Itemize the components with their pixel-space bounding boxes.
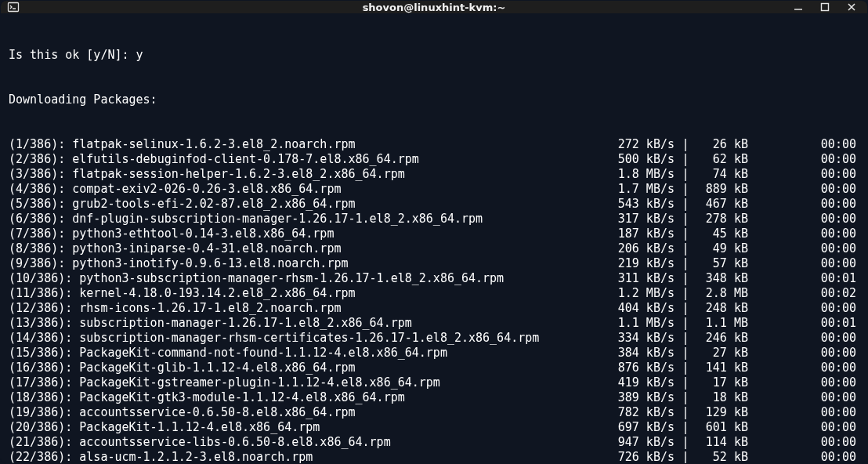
download-speed: 1.7 MB/s xyxy=(612,182,675,197)
download-time: 00:00 xyxy=(748,405,859,420)
download-row: (12/386): rhsm-icons-1.26.17-1.el8_2.noa… xyxy=(9,301,859,316)
download-speed: 206 kB/s xyxy=(612,241,675,256)
download-size: 26 kB xyxy=(696,137,748,152)
column-separator: | xyxy=(675,286,696,301)
download-time: 00:00 xyxy=(748,256,859,271)
download-speed: 187 kB/s xyxy=(612,227,675,241)
package-name: (13/386): subscription-manager-1.26.17-1… xyxy=(9,316,612,331)
package-name: (17/386): PackageKit-gstreamer-plugin-1.… xyxy=(9,375,612,390)
package-name: (16/386): PackageKit-glib-1.1.12-4.el8.x… xyxy=(9,361,612,375)
download-speed: 500 kB/s xyxy=(612,152,675,167)
package-name: (1/386): flatpak-selinux-1.6.2-3.el8_2.n… xyxy=(9,137,612,152)
download-speed: 334 kB/s xyxy=(612,331,675,346)
package-name: (3/386): flatpak-session-helper-1.6.2-3.… xyxy=(9,167,612,182)
download-time: 00:00 xyxy=(748,167,859,182)
package-name: (8/386): python3-iniparse-0.4-31.el8.noa… xyxy=(9,241,612,256)
download-size: 17 kB xyxy=(696,375,748,390)
column-separator: | xyxy=(675,256,696,271)
download-row: (8/386): python3-iniparse-0.4-31.el8.noa… xyxy=(9,241,859,256)
download-size: 27 kB xyxy=(696,346,748,361)
download-row: (4/386): compat-exiv2-026-0.26-3.el8.x86… xyxy=(9,182,859,197)
download-row: (6/386): dnf-plugin-subscription-manager… xyxy=(9,212,859,227)
download-row: (22/386): alsa-ucm-1.2.1.2-3.el8.noarch.… xyxy=(9,450,859,464)
download-size: 49 kB xyxy=(696,241,748,256)
column-separator: | xyxy=(675,182,696,197)
column-separator: | xyxy=(675,227,696,241)
column-separator: | xyxy=(675,212,696,227)
download-speed: 697 kB/s xyxy=(612,420,675,435)
download-time: 00:00 xyxy=(748,331,859,346)
column-separator: | xyxy=(675,331,696,346)
download-row: (14/386): subscription-manager-rhsm-cert… xyxy=(9,331,859,346)
download-speed: 219 kB/s xyxy=(612,256,675,271)
download-row: (11/386): kernel-4.18.0-193.14.2.el8_2.x… xyxy=(9,286,859,301)
download-time: 00:01 xyxy=(748,271,859,286)
download-size: 348 kB xyxy=(696,271,748,286)
download-time: 00:00 xyxy=(748,212,859,227)
close-button[interactable] xyxy=(845,1,858,13)
package-name: (2/386): elfutils-debuginfod-client-0.17… xyxy=(9,152,612,167)
titlebar-left xyxy=(7,1,93,13)
column-separator: | xyxy=(675,375,696,390)
download-speed: 389 kB/s xyxy=(612,390,675,405)
maximize-button[interactable] xyxy=(819,1,831,13)
download-size: 57 kB xyxy=(696,256,748,271)
download-row: (2/386): elfutils-debuginfod-client-0.17… xyxy=(9,152,859,167)
download-time: 00:00 xyxy=(748,420,859,435)
download-size: 18 kB xyxy=(696,390,748,405)
download-speed: 1.8 MB/s xyxy=(612,167,675,182)
column-separator: | xyxy=(675,197,696,212)
download-row: (13/386): subscription-manager-1.26.17-1… xyxy=(9,316,859,331)
download-row: (17/386): PackageKit-gstreamer-plugin-1.… xyxy=(9,375,859,390)
package-name: (20/386): PackageKit-1.1.12-4.el8.x86_64… xyxy=(9,420,612,435)
download-time: 00:00 xyxy=(748,137,859,152)
package-name: (5/386): grub2-tools-efi-2.02-87.el8_2.x… xyxy=(9,197,612,212)
column-separator: | xyxy=(675,152,696,167)
column-separator: | xyxy=(675,301,696,316)
terminal-viewport[interactable]: Is this ok [y/N]: y Downloading Packages… xyxy=(1,13,867,464)
download-row: (20/386): PackageKit-1.1.12-4.el8.x86_64… xyxy=(9,420,859,435)
download-speed: 543 kB/s xyxy=(612,197,675,212)
package-name: (22/386): alsa-ucm-1.2.1.2-3.el8.noarch.… xyxy=(9,450,612,464)
download-size: 62 kB xyxy=(696,152,748,167)
terminal-app-icon xyxy=(7,1,20,13)
download-time: 00:00 xyxy=(748,301,859,316)
package-name: (9/386): python3-inotify-0.9.6-13.el8.no… xyxy=(9,256,612,271)
prompt-line: Is this ok [y/N]: y xyxy=(9,48,859,63)
column-separator: | xyxy=(675,241,696,256)
download-row: (10/386): python3-subscription-manager-r… xyxy=(9,271,859,286)
download-size: 52 kB xyxy=(696,450,748,464)
package-name: (19/386): accountsservice-0.6.50-8.el8.x… xyxy=(9,405,612,420)
download-speed: 384 kB/s xyxy=(612,346,675,361)
package-name: (11/386): kernel-4.18.0-193.14.2.el8_2.x… xyxy=(9,286,612,301)
package-name: (15/386): PackageKit-command-not-found-1… xyxy=(9,346,612,361)
column-separator: | xyxy=(675,361,696,375)
package-name: (4/386): compat-exiv2-026-0.26-3.el8.x86… xyxy=(9,182,612,197)
download-size: 278 kB xyxy=(696,212,748,227)
download-size: 246 kB xyxy=(696,331,748,346)
package-name: (7/386): python3-ethtool-0.14-3.el8.x86_… xyxy=(9,227,612,241)
download-size: 129 kB xyxy=(696,405,748,420)
package-name: (21/386): accountsservice-libs-0.6.50-8.… xyxy=(9,435,612,450)
svg-rect-0 xyxy=(9,3,19,12)
download-size: 74 kB xyxy=(696,167,748,182)
download-speed: 272 kB/s xyxy=(612,137,675,152)
download-size: 141 kB xyxy=(696,361,748,375)
download-row: (19/386): accountsservice-0.6.50-8.el8.x… xyxy=(9,405,859,420)
download-speed: 947 kB/s xyxy=(612,435,675,450)
minimize-button[interactable] xyxy=(792,1,805,13)
column-separator: | xyxy=(675,405,696,420)
download-row: (7/386): python3-ethtool-0.14-3.el8.x86_… xyxy=(9,227,859,241)
download-time: 00:00 xyxy=(748,435,859,450)
download-time: 00:00 xyxy=(748,152,859,167)
download-speed: 1.1 MB/s xyxy=(612,316,675,331)
download-size: 601 kB xyxy=(696,420,748,435)
window-controls xyxy=(775,1,861,13)
column-separator: | xyxy=(675,271,696,286)
download-time: 00:00 xyxy=(748,241,859,256)
download-time: 00:00 xyxy=(748,346,859,361)
package-name: (18/386): PackageKit-gtk3-module-1.1.12-… xyxy=(9,390,612,405)
download-time: 00:00 xyxy=(748,450,859,464)
download-size: 114 kB xyxy=(696,435,748,450)
download-speed: 726 kB/s xyxy=(612,450,675,464)
